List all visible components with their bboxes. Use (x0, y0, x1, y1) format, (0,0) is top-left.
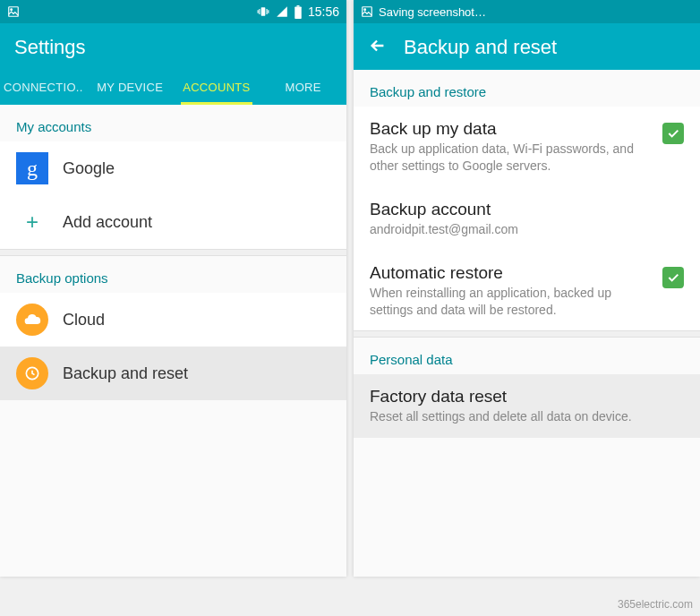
picture-icon (7, 5, 20, 18)
battery-icon (294, 5, 303, 19)
settings-accounts-screen: 15:56 Settings CONNECTIO.. MY DEVICE ACC… (0, 0, 346, 577)
svg-point-1 (11, 9, 13, 11)
setting-automatic-restore[interactable]: Automatic restore When reinstalling an a… (354, 251, 700, 331)
setting-backup-my-data[interactable]: Back up my data Back up application data… (354, 107, 700, 187)
tab-my-device[interactable]: MY DEVICE (87, 70, 174, 105)
backup-my-data-checkbox[interactable] (662, 123, 684, 144)
page-title: Settings (14, 36, 86, 59)
clock: 15:56 (308, 4, 339, 19)
backup-account-title: Backup account (370, 200, 684, 219)
page-title: Backup and reset (404, 36, 557, 59)
svg-rect-6 (363, 7, 372, 17)
backup-reset-content: Backup and restore Back up my data Back … (354, 70, 700, 577)
backup-account-sub: androidpit.test@gmail.com (370, 221, 684, 238)
option-backup-reset-label: Backup and reset (63, 364, 188, 383)
section-divider (354, 330, 700, 338)
back-button[interactable] (368, 36, 388, 59)
section-backup-options: Backup options (0, 256, 346, 293)
google-icon: g (16, 152, 48, 184)
settings-tabs: CONNECTIO.. MY DEVICE ACCOUNTS MORE (0, 70, 346, 105)
svg-rect-4 (296, 5, 299, 7)
account-google[interactable]: g Google (0, 141, 346, 195)
backup-reset-header: Backup and reset (354, 23, 700, 70)
option-cloud-label: Cloud (63, 311, 105, 329)
section-divider (0, 249, 346, 256)
svg-rect-3 (295, 6, 302, 19)
svg-rect-2 (261, 7, 266, 15)
picture-icon (361, 5, 373, 18)
automatic-restore-title: Automatic restore (370, 263, 652, 283)
status-bar: Saving screenshot… (354, 0, 700, 23)
signal-icon (276, 5, 288, 18)
factory-reset-title: Factory data reset (370, 387, 684, 406)
vibrate-icon (256, 5, 270, 18)
settings-header: Settings (0, 23, 346, 70)
option-backup-reset[interactable]: Backup and reset (0, 346, 346, 400)
watermark: 365electric.com (618, 598, 693, 611)
backup-reset-icon (16, 357, 48, 389)
status-bar: 15:56 (0, 0, 346, 23)
tab-accounts[interactable]: ACCOUNTS (174, 70, 260, 105)
svg-rect-0 (9, 7, 19, 17)
backup-my-data-sub: Back up application data, Wi-Fi password… (370, 141, 652, 175)
tab-more[interactable]: MORE (260, 70, 346, 105)
tab-connections[interactable]: CONNECTIO.. (0, 70, 87, 105)
option-cloud[interactable]: Cloud (0, 293, 346, 346)
backup-my-data-title: Back up my data (370, 119, 652, 139)
account-google-label: Google (63, 159, 115, 178)
backup-reset-screen: Saving screenshot… Backup and reset Back… (354, 0, 700, 577)
cloud-icon (16, 304, 48, 336)
add-account[interactable]: + Add account (0, 195, 346, 249)
settings-content: My accounts g Google + Add account Backu… (0, 105, 346, 577)
plus-icon: + (16, 206, 48, 238)
svg-point-7 (364, 9, 366, 11)
setting-backup-account[interactable]: Backup account androidpit.test@gmail.com (354, 187, 700, 251)
section-personal-data: Personal data (354, 338, 700, 374)
automatic-restore-sub: When reinstalling an application, backed… (370, 285, 652, 319)
section-my-accounts: My accounts (0, 105, 346, 141)
saving-screenshot-text: Saving screenshot… (379, 5, 486, 19)
setting-factory-reset[interactable]: Factory data reset Reset all settings an… (354, 374, 700, 438)
section-backup-restore: Backup and restore (354, 70, 700, 107)
factory-reset-sub: Reset all settings and delete all data o… (370, 408, 684, 425)
automatic-restore-checkbox[interactable] (662, 267, 684, 288)
add-account-label: Add account (63, 213, 152, 232)
